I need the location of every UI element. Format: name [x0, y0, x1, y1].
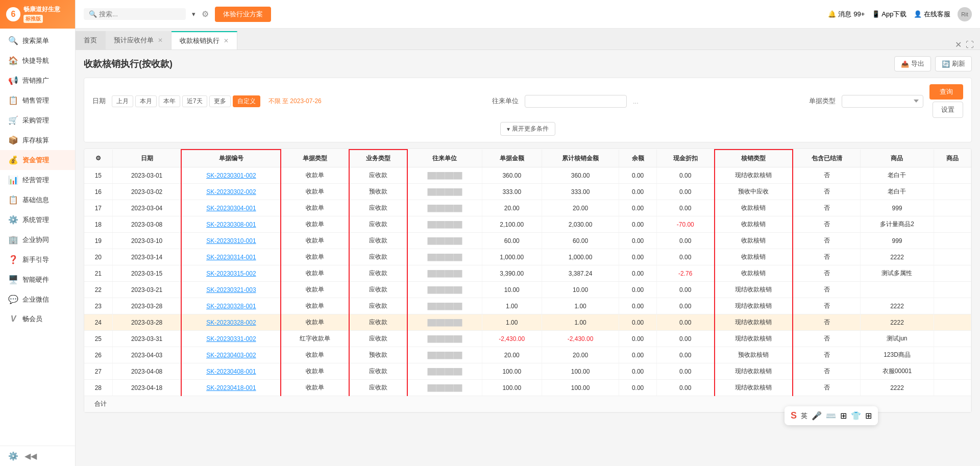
date-btn-custom[interactable]: 自定义 — [233, 95, 260, 107]
topbar-gear-icon[interactable]: ⚙ — [202, 9, 209, 19]
doc-no-cell[interactable]: SK-20230310-001 — [181, 233, 281, 249]
table-cell: ████████ — [407, 200, 482, 216]
keyboard-icon[interactable]: ⌨️ — [826, 411, 836, 421]
sidebar-item-label: 新手引导 — [22, 255, 49, 264]
search-input[interactable] — [99, 10, 176, 18]
notifications-label: 消息 — [838, 10, 851, 19]
sidebar-item-marketing[interactable]: 📢 营销推广 — [0, 70, 75, 90]
cancel-type-cell: 现结收款核销 — [715, 282, 793, 298]
doc-no-cell[interactable]: SK-20230328-001 — [181, 298, 281, 314]
sidebar-item-label: 营销推广 — [22, 76, 49, 85]
sidebar-item-system[interactable]: ⚙️ 系统管理 — [0, 210, 75, 230]
biz-type-cell: 应收款 — [349, 282, 407, 298]
table-cell: -2,430.00 — [542, 331, 619, 347]
table-cell: 0.00 — [619, 233, 656, 249]
sidebar-item-basic-info[interactable]: 📋 基础信息 — [0, 190, 75, 210]
sidebar-nav: 🔍 搜索菜单 🏠 快捷导航 📢 营销推广 📋 销售管理 🛒 采购管理 📦 库存核… — [0, 29, 75, 446]
table-cell — [934, 314, 971, 331]
sidebar-item-guide[interactable]: ❓ 新手引导 — [0, 250, 75, 269]
date-btn-this-year[interactable]: 本年 — [159, 95, 180, 107]
doc-no-cell[interactable]: SK-20230321-003 — [181, 282, 281, 298]
table-cell — [934, 200, 971, 216]
partner-input[interactable] — [525, 95, 627, 108]
table-cell: 19 — [84, 233, 112, 249]
doc-no-cell[interactable]: SK-20230301-002 — [181, 167, 281, 184]
table-cell: 0.00 — [656, 298, 714, 314]
app-version: 标推版 — [23, 15, 43, 23]
query-button[interactable]: 查询 — [929, 84, 963, 100]
setting-button[interactable]: 设置 — [933, 102, 963, 118]
table-cell: 0.00 — [619, 200, 656, 216]
sidebar-item-quick-nav[interactable]: 🏠 快捷导航 — [0, 51, 75, 70]
table-cell: 收款单 — [281, 347, 349, 363]
sidebar-item-enterprise[interactable]: 🏢 企业协同 — [0, 230, 75, 250]
refresh-button[interactable]: 🔄 刷新 — [935, 56, 972, 71]
biz-type-cell: 预收款 — [349, 184, 407, 200]
table-cell — [934, 282, 971, 298]
table-cell: 100.00 — [482, 363, 542, 380]
doc-type-select[interactable] — [842, 95, 923, 108]
collapse-icon[interactable]: ◀◀ — [24, 451, 37, 461]
page-content: 收款核销执行(按收款) 📤 导出 🔄 刷新 日期 上月 本月 本年 — [76, 50, 980, 466]
doc-no-cell[interactable]: SK-20230418-001 — [181, 380, 281, 396]
export-button[interactable]: 📤 导出 — [894, 56, 931, 71]
sidebar-item-member[interactable]: V 畅会员 — [0, 309, 75, 329]
sidebar-item-operations[interactable]: 📊 经营管理 — [0, 170, 75, 190]
tab-home[interactable]: 首页 — [76, 31, 106, 50]
sidebar-item-finance[interactable]: 💰 资金管理 — [0, 150, 75, 170]
table-cell — [934, 331, 971, 347]
sidebar-item-inventory[interactable]: 📦 库存核算 — [0, 130, 75, 150]
doc-no-cell[interactable]: SK-20230314-001 — [181, 249, 281, 265]
doc-no-cell[interactable]: SK-20230302-002 — [181, 184, 281, 200]
table-cell: 333.00 — [482, 184, 542, 200]
shirt-icon[interactable]: 👕 — [851, 411, 861, 421]
doc-no-cell[interactable]: SK-20230328-002 — [181, 314, 281, 331]
cancel-type-cell: 现结收款核销 — [715, 298, 793, 314]
table-row: 172023-03-04SK-20230304-001收款单应收款███████… — [84, 200, 971, 216]
table-cell: 0.00 — [656, 200, 714, 216]
sidebar-item-search-menu[interactable]: 🔍 搜索菜单 — [0, 31, 75, 51]
tab-close-icon[interactable]: ✕ — [158, 37, 163, 44]
date-btn-more[interactable]: 更多 — [209, 95, 231, 107]
grid-icon[interactable]: ⊞ — [840, 411, 847, 421]
biz-type-cell: 应收款 — [349, 233, 407, 249]
settings-icon[interactable]: ⚙️ — [8, 451, 18, 461]
doc-no-cell[interactable]: SK-20230304-001 — [181, 200, 281, 216]
doc-no-cell[interactable]: SK-20230331-002 — [181, 331, 281, 347]
notifications-item[interactable]: 🔔 消息 99+ — [828, 10, 865, 19]
tab-close-active-icon[interactable]: ✕ — [224, 37, 229, 44]
date-btn-this-month[interactable]: 本月 — [135, 95, 157, 107]
online-support-item[interactable]: 👤 在线客服 — [914, 10, 950, 19]
sidebar-item-wechat[interactable]: 💬 企业微信 — [0, 289, 75, 309]
app-download-item[interactable]: 📱 App下载 — [872, 10, 906, 19]
cancel-type-cell: 收款核销 — [715, 233, 793, 249]
doc-no-cell[interactable]: SK-20230315-002 — [181, 265, 281, 282]
table-cell: 否 — [793, 347, 861, 363]
tab-expand-button[interactable]: ⛶ — [966, 40, 974, 50]
doc-no-cell[interactable]: SK-20230408-001 — [181, 363, 281, 380]
table-row: 232023-03-28SK-20230328-001收款单应收款███████… — [84, 298, 971, 314]
date-btn-7days[interactable]: 近7天 — [182, 95, 207, 107]
page-actions: 📤 导出 🔄 刷新 — [894, 56, 972, 71]
table-cell: 否 — [793, 265, 861, 282]
date-btn-last-month[interactable]: 上月 — [112, 95, 133, 107]
tab-pending-payment[interactable]: 预计应收付单 ✕ — [106, 31, 172, 50]
sidebar-item-hardware[interactable]: 🖥️ 智能硬件 — [0, 269, 75, 289]
apps-icon[interactable]: ⊞ — [865, 411, 872, 421]
table-cell: 0.00 — [619, 380, 656, 396]
expand-button[interactable]: ▾ 展开更多条件 — [500, 122, 555, 136]
topbar-dropdown[interactable]: ▾ — [192, 10, 195, 18]
tabs-actions: ✕ ⛶ — [955, 40, 980, 50]
tab-receivable-exec[interactable]: 收款核销执行 ✕ — [172, 31, 237, 50]
solution-button[interactable]: 体验行业方案 — [215, 7, 271, 22]
table-cell: ████████ — [407, 233, 482, 249]
table-cell: 0.00 — [619, 314, 656, 331]
sidebar-item-sales[interactable]: 📋 销售管理 — [0, 90, 75, 110]
mic-icon[interactable]: 🎤 — [812, 411, 822, 421]
user-avatar[interactable]: Rit — [958, 7, 972, 21]
tab-close-all-button[interactable]: ✕ — [955, 40, 962, 50]
table-cell: 18 — [84, 216, 112, 233]
sidebar-item-purchase[interactable]: 🛒 采购管理 — [0, 110, 75, 130]
doc-no-cell[interactable]: SK-20230403-002 — [181, 347, 281, 363]
doc-no-cell[interactable]: SK-20230308-001 — [181, 216, 281, 233]
